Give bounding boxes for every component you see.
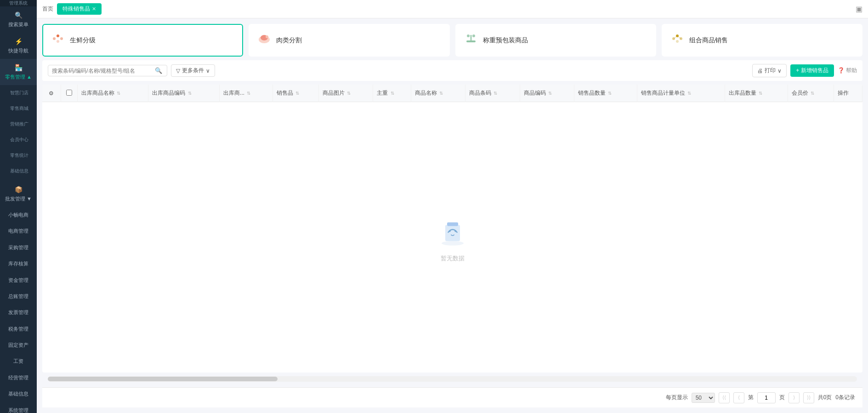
last-page-button[interactable]: ⟩⟩ (803, 392, 814, 403)
th-out-goods-name[interactable]: 出库商品名称 ⇅ (77, 85, 148, 102)
th-sales-goods[interactable]: 销售品 ⇅ (272, 85, 318, 102)
th-out-goods-code[interactable]: 出库商品编码 ⇅ (148, 85, 220, 102)
th-goods-code[interactable]: 商品编码 ⇅ (520, 85, 574, 102)
svg-line-16 (677, 36, 681, 39)
sidebar-item-retail-manage[interactable]: 🏪 零售管理 ▲ (0, 59, 37, 85)
th-sales-unit[interactable]: 销售商品计量单位 ⇅ (637, 85, 725, 102)
sidebar-item-fixed-assets[interactable]: 固定资产 (0, 337, 37, 353)
th-out-goods-extra[interactable]: 出库商... ⇅ (220, 85, 273, 102)
sort-member-price-icon[interactable]: ⇅ (811, 91, 814, 96)
next-page-button[interactable]: ⟩ (789, 392, 800, 403)
th-main-weight[interactable]: 主重 ⇅ (373, 85, 411, 102)
sidebar-item-member-center[interactable]: 会员中心 (0, 132, 37, 148)
sort-goods-barcode-icon[interactable]: ⇅ (494, 91, 497, 96)
sidebar-item-mini-ecom[interactable]: 小畅电商 (0, 207, 37, 223)
search-menu-icon: 🔍 (2, 11, 35, 20)
close-tab-icon[interactable]: ✕ (92, 6, 96, 12)
breadcrumb-home[interactable]: 首页 (42, 5, 53, 13)
help-button[interactable]: ❓ 帮助 (838, 67, 857, 75)
sort-out-goods-name-icon[interactable]: ⇅ (117, 91, 120, 96)
print-icon: 🖨 (757, 68, 763, 74)
sidebar-item-system[interactable]: 系统管理 (0, 402, 37, 413)
svg-rect-18 (445, 225, 460, 241)
sidebar-item-tax[interactable]: 税务管理 (0, 321, 37, 337)
sidebar-item-ledger[interactable]: 总账管理 (0, 288, 37, 304)
th-goods-image[interactable]: 商品图片 ⇅ (318, 85, 373, 102)
sidebar-item-finance[interactable]: 资金管理 (0, 272, 37, 288)
first-page-button[interactable]: ⟨⟨ (719, 392, 730, 403)
sort-out-goods-code-icon[interactable]: ⇅ (188, 91, 192, 96)
print-button[interactable]: 🖨 打印 ∨ (752, 64, 787, 77)
svg-rect-7 (466, 40, 476, 42)
sidebar-item-smart-store[interactable]: 智慧门店 (0, 85, 37, 101)
sidebar-item-purchase[interactable]: 采购管理 (0, 240, 37, 256)
th-checkbox[interactable] (61, 85, 77, 102)
scrollbar-thumb[interactable] (48, 377, 278, 381)
svg-line-15 (674, 36, 677, 39)
sidebar-item-search-menu[interactable]: 🔍 搜索菜单 (0, 6, 37, 33)
sidebar-item-salary[interactable]: 工资 (0, 353, 37, 369)
th-out-qty[interactable]: 出库品数量 ⇅ (725, 85, 788, 102)
table-header-row: ⚙ 出库商品名称 ⇅ 出库商品编码 ⇅ (42, 85, 862, 102)
th-goods-name[interactable]: 商品名称 ⇅ (411, 85, 465, 102)
page-label: 第 (748, 394, 754, 402)
sidebar-item-ecom-manage[interactable]: 电商管理 (0, 223, 37, 239)
horizontal-scrollbar[interactable] (48, 376, 857, 382)
sidebar-item-quick-nav[interactable]: ⚡ 快捷导航 (0, 33, 37, 59)
select-all-checkbox[interactable] (66, 90, 72, 96)
new-sale-item-button[interactable]: + 新增销售品 (790, 64, 834, 77)
total-pages: 共0页 (818, 394, 832, 402)
sort-goods-name-icon[interactable]: ⇅ (439, 91, 443, 96)
tab-combo-sale[interactable]: 组合商品销售 (662, 24, 862, 57)
svg-point-9 (467, 34, 470, 37)
sidebar-item-retail-mall[interactable]: 零售商城 (0, 101, 37, 116)
toggle-icon[interactable]: ▣ (856, 5, 862, 13)
svg-point-2 (60, 37, 63, 40)
sort-goods-code-icon[interactable]: ⇅ (548, 91, 552, 96)
sidebar-item-basic-info2[interactable]: 基础信息 (0, 386, 37, 402)
toolbar-row: 🔍 ▽ 更多条件 ∨ 🖨 打印 ∨ + 新增销售品 ❓ 帮助 (42, 60, 862, 81)
svg-point-10 (472, 34, 475, 37)
sort-sales-qty-icon[interactable]: ⇅ (608, 91, 612, 96)
empty-state: 暂无数据 (42, 102, 862, 373)
sort-sales-unit-icon[interactable]: ⇅ (687, 91, 691, 96)
th-settings[interactable]: ⚙ (42, 85, 61, 102)
sort-goods-image-icon[interactable]: ⇅ (347, 91, 351, 96)
svg-point-3 (57, 40, 59, 43)
column-settings-icon[interactable]: ⚙ (49, 90, 54, 97)
empty-state-icon (434, 212, 471, 249)
scale-pack-label: 称重预包装商品 (483, 36, 528, 45)
top-right: ▣ (856, 5, 862, 13)
scale-pack-icon (464, 31, 478, 49)
filter-button[interactable]: ▽ 更多条件 ∨ (171, 64, 215, 77)
chevron-down-icon: ∨ (206, 68, 210, 74)
page-input[interactable] (757, 392, 776, 403)
page-size-select[interactable]: 10 20 50 100 (692, 393, 715, 403)
sort-sales-goods-icon[interactable]: ⇅ (295, 91, 299, 96)
meat-cut-label: 肉类分割 (276, 36, 302, 45)
sort-out-goods-extra-icon[interactable]: ⇅ (247, 91, 250, 96)
active-tab-pill[interactable]: 特殊销售品 ✕ (57, 3, 102, 15)
sort-main-weight-icon[interactable]: ⇅ (391, 91, 394, 96)
sidebar-item-sales-promo[interactable]: 营销推广 (0, 116, 37, 132)
th-sales-qty[interactable]: 销售品数量 ⇅ (574, 85, 637, 102)
sidebar-logo: 管理系统 (0, 0, 37, 6)
search-input[interactable] (52, 68, 153, 74)
sidebar-item-ops[interactable]: 经营管理 (0, 370, 37, 386)
sidebar-item-basic-info[interactable]: 基础信息 (0, 163, 37, 179)
tab-fresh-grade[interactable]: 生鲜分级 (42, 24, 243, 57)
tab-meat-cut[interactable]: 肉类分割 (249, 24, 449, 57)
tab-scale-pack[interactable]: 称重预包装商品 (455, 24, 656, 57)
sidebar-item-wholesale[interactable]: 📦 批发管理 ▼ (0, 181, 37, 207)
print-chevron-icon: ∨ (777, 68, 782, 74)
search-icon[interactable]: 🔍 (155, 67, 162, 74)
sidebar-item-invoice[interactable]: 发票管理 (0, 304, 37, 321)
sidebar-item-stock-check[interactable]: 库存核算 (0, 256, 37, 272)
sidebar: 管理系统 🔍 搜索菜单 ⚡ 快捷导航 🏪 零售管理 ▲ 智慧门店 零售商城 营销… (0, 0, 37, 413)
th-goods-barcode[interactable]: 商品条码 ⇅ (465, 85, 520, 102)
svg-point-0 (53, 37, 56, 40)
sidebar-item-retail-stats[interactable]: 零售统计 (0, 148, 37, 163)
sort-out-qty-icon[interactable]: ⇅ (759, 91, 762, 96)
prev-page-button[interactable]: ⟨ (733, 392, 744, 403)
th-member-price[interactable]: 会员价 ⇅ (788, 85, 834, 102)
